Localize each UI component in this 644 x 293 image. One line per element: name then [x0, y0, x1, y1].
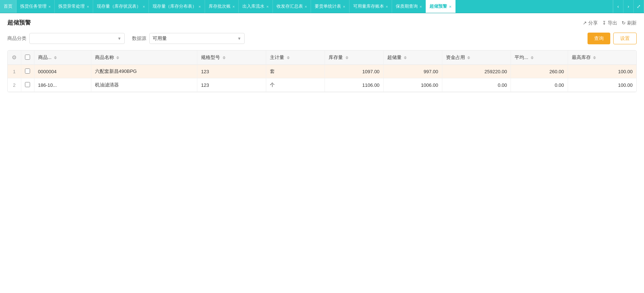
nav-tab-home[interactable]: 首页 [0, 0, 17, 13]
export-icon: ↧ [602, 20, 606, 26]
th-max[interactable]: 最高库存 [568, 51, 636, 65]
th-checkbox [21, 51, 34, 65]
close-icon[interactable]: × [449, 4, 451, 9]
th-avg[interactable]: 平均... [511, 51, 568, 65]
filter-datasource-group: 数据源 可用量 ▼ [132, 33, 245, 44]
nav-arrows: ‹ › ⤢ [613, 0, 644, 13]
row-avg: 260.00 [511, 65, 568, 78]
row-over: 997.00 [383, 65, 442, 78]
data-table: ⚙ 商品... 商品名称 [7, 50, 637, 92]
filter-category-group: 商品分类 ▼ [7, 33, 125, 44]
row-code: 0000004 [34, 65, 91, 78]
row-checkbox[interactable] [25, 68, 30, 74]
query-button[interactable]: 查询 [588, 33, 610, 44]
th-unit[interactable]: 主计量 [266, 51, 325, 65]
row-unit: 套 [266, 65, 325, 78]
header-actions: ↗ 分享 ↧ 导出 ↻ 刷新 [583, 20, 637, 26]
nav-tab-overstock[interactable]: 超储预警 × [426, 0, 455, 13]
sort-icon [223, 56, 226, 59]
select-all-checkbox[interactable] [25, 55, 30, 60]
top-nav: 首页 拣货任务管理 × 拣货异常处理 × 现存量（库存状况表） × 现存量（库存… [0, 0, 644, 13]
refresh-button[interactable]: ↻ 刷新 [622, 20, 637, 26]
row-stock: 1106.00 [325, 78, 383, 92]
close-icon[interactable]: × [343, 4, 345, 9]
settings-button[interactable]: 设置 [613, 33, 637, 44]
nav-tab-task[interactable]: 拣货任务管理 × [17, 0, 55, 13]
category-select[interactable]: ▼ [29, 33, 125, 44]
sort-icon [116, 56, 119, 59]
datasource-select[interactable]: 可用量 ▼ [149, 33, 245, 44]
table-row: 2 186-10... 机油滤清器 123 个 1106.00 1006.00 … [8, 78, 636, 92]
row-max: 100.00 [568, 78, 636, 92]
close-icon[interactable]: × [233, 4, 235, 9]
th-capital[interactable]: 资金占用 [442, 51, 511, 65]
close-icon[interactable]: × [386, 4, 388, 9]
filter-area: 商品分类 ▼ 数据源 可用量 ▼ 查询 设置 [7, 33, 637, 44]
table-header-row: ⚙ 商品... 商品名称 [8, 51, 636, 65]
gear-icon[interactable]: ⚙ [12, 54, 17, 60]
th-code[interactable]: 商品... [34, 51, 91, 65]
nav-tab-inout[interactable]: 出入库流水 × [239, 0, 272, 13]
close-icon[interactable]: × [87, 4, 89, 9]
nav-tab-stock-status[interactable]: 现存量（库存状况表） × [93, 0, 149, 13]
nav-tab-available[interactable]: 可用量库存账本 × [350, 0, 392, 13]
sort-icon [531, 56, 534, 59]
row-checkbox-cell [21, 78, 34, 92]
export-button[interactable]: ↧ 导出 [602, 20, 617, 26]
table-row: 1 0000004 六配套新昌490BPG 123 套 1097.00 997.… [8, 65, 636, 78]
row-num: 1 [8, 65, 21, 78]
th-over[interactable]: 超储量 [383, 51, 442, 65]
close-icon[interactable]: × [198, 4, 201, 9]
nav-tab-stock-dist[interactable]: 现存量（库存分布表） × [149, 0, 205, 13]
page-header: 超储预警 ↗ 分享 ↧ 导出 ↻ 刷新 [7, 19, 637, 27]
category-label: 商品分类 [7, 35, 26, 42]
page-title: 超储预警 [7, 19, 31, 27]
row-name: 六配套新昌490BPG [91, 65, 197, 78]
sort-icon [467, 56, 470, 59]
share-icon: ↗ [583, 20, 587, 26]
row-over: 1006.00 [383, 78, 442, 92]
share-button[interactable]: ↗ 分享 [583, 20, 598, 26]
datasource-label: 数据源 [132, 35, 146, 42]
datasource-value: 可用量 [153, 35, 167, 42]
row-name: 机油滤清器 [91, 78, 197, 92]
row-num: 2 [8, 78, 21, 92]
row-checkbox[interactable] [25, 82, 30, 87]
nav-tab-batch[interactable]: 库存批次账 × [205, 0, 239, 13]
close-icon[interactable]: × [420, 4, 422, 9]
page-content: 超储预警 ↗ 分享 ↧ 导出 ↻ 刷新 商品分类 ▼ 数据源 [0, 13, 644, 293]
row-unit: 个 [266, 78, 325, 92]
nav-tab-quality[interactable]: 保质期查询 × [392, 0, 426, 13]
chevron-down-icon: ▼ [237, 36, 241, 41]
nav-arrow-right[interactable]: › [623, 0, 634, 13]
close-icon[interactable]: × [266, 4, 268, 9]
th-name[interactable]: 商品名称 [91, 51, 197, 65]
row-capital: 0.00 [442, 78, 511, 92]
row-avg: 0.00 [511, 78, 568, 92]
close-icon[interactable]: × [48, 4, 51, 9]
row-max: 100.00 [568, 65, 636, 78]
nav-tab-summary[interactable]: 收发存汇总表 × [273, 0, 311, 13]
chevron-down-icon: ▼ [117, 36, 121, 41]
filter-actions: 查询 设置 [588, 33, 637, 44]
nav-arrow-left[interactable]: ‹ [613, 0, 623, 13]
sort-icon [345, 56, 348, 59]
refresh-icon: ↻ [622, 20, 626, 26]
close-icon[interactable]: × [305, 4, 307, 9]
sort-icon [287, 56, 290, 59]
nav-tab-abnormal[interactable]: 拣货异常处理 × [55, 0, 93, 13]
sort-icon [593, 56, 596, 59]
nav-tab-requisition[interactable]: 要货单统计表 × [311, 0, 349, 13]
th-stock[interactable]: 库存量 [325, 51, 383, 65]
close-icon[interactable]: × [143, 4, 145, 9]
nav-expand[interactable]: ⤢ [634, 0, 644, 13]
sort-icon [54, 56, 57, 59]
row-code: 186-10... [34, 78, 91, 92]
th-settings: ⚙ [8, 51, 21, 65]
row-capital: 259220.00 [442, 65, 511, 78]
row-spec: 123 [197, 78, 266, 92]
row-stock: 1097.00 [325, 65, 383, 78]
row-spec: 123 [197, 65, 266, 78]
th-spec[interactable]: 规格型号 [197, 51, 266, 65]
sort-icon [404, 56, 407, 59]
